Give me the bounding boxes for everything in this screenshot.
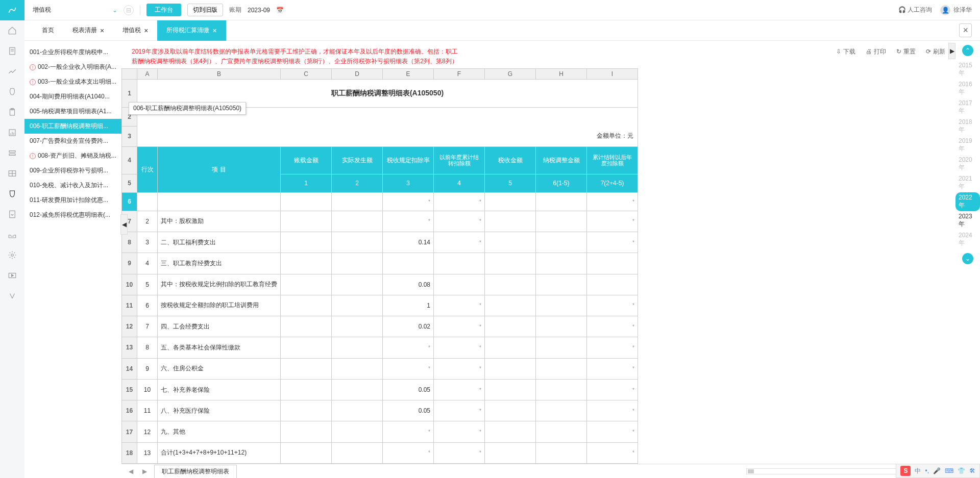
data-cell[interactable]: * (434, 442, 485, 463)
switch-old-button[interactable]: 切到旧版 (187, 4, 223, 16)
ime-tool-icon[interactable]: 🛠 (969, 467, 975, 474)
data-cell[interactable] (434, 274, 485, 295)
data-cell[interactable] (485, 316, 536, 337)
corner-cell[interactable] (122, 69, 137, 80)
ime-skin-icon[interactable]: 👕 (958, 467, 965, 474)
data-cell[interactable]: * (434, 379, 485, 400)
data-cell[interactable] (332, 316, 383, 337)
data-cell[interactable] (332, 421, 383, 442)
data-cell[interactable]: 0.08 (383, 274, 434, 295)
data-cell[interactable] (485, 211, 536, 232)
item-cell[interactable]: 四、工会经费支出 (158, 316, 281, 337)
data-cell[interactable] (281, 379, 332, 400)
print-button[interactable]: 🖨 打印 (866, 47, 886, 57)
data-cell[interactable] (587, 274, 638, 295)
year-item[interactable]: 2015年 (955, 60, 980, 79)
item-cell[interactable]: 其中：股权激励 (158, 211, 281, 232)
data-cell[interactable] (536, 232, 587, 253)
refresh-button[interactable]: ⟳ 刷新 (926, 47, 945, 57)
data-cell[interactable] (281, 316, 332, 337)
ime-mic-icon[interactable]: 🎤 (933, 467, 941, 474)
data-cell[interactable] (383, 253, 434, 274)
col-header[interactable]: G (485, 69, 536, 80)
spreadsheet-grid[interactable]: A B C D E F G H I (121, 68, 638, 464)
data-cell[interactable] (332, 211, 383, 232)
tab-income-tax[interactable]: 所得税汇算清缴× (157, 20, 226, 41)
form-icon[interactable] (0, 143, 24, 163)
form-nav-item[interactable]: 005-纳税调整项目明细表(A1... (24, 104, 121, 119)
data-cell[interactable]: * (587, 400, 638, 421)
form-nav-item[interactable]: !008-资产折旧、摊销及纳税... (24, 148, 121, 163)
col-header[interactable]: A (137, 69, 158, 80)
v-icon[interactable] (0, 286, 24, 306)
item-cell[interactable]: 五、各类基本社会保障性缴款 (158, 337, 281, 358)
data-cell[interactable] (434, 253, 485, 274)
ime-keyboard-icon[interactable]: ⌨ (945, 467, 953, 474)
item-cell[interactable]: 按税收规定全额扣除的职工培训费用 (158, 295, 281, 316)
data-cell[interactable]: 0.05 (383, 400, 434, 421)
data-cell[interactable]: * (434, 358, 485, 379)
year-item[interactable]: 2020年 (955, 155, 980, 173)
tax-icon[interactable] (0, 184, 24, 204)
data-cell[interactable] (536, 295, 587, 316)
data-cell[interactable] (536, 253, 587, 274)
col-header[interactable]: I (587, 69, 638, 80)
data-cell[interactable] (332, 274, 383, 295)
data-cell[interactable] (332, 379, 383, 400)
sheet-nav-prev[interactable]: ▶ (140, 468, 149, 475)
year-item[interactable]: 2017年 (955, 98, 980, 117)
data-cell[interactable] (536, 316, 587, 337)
data-cell[interactable] (332, 337, 383, 358)
data-cell[interactable] (332, 232, 383, 253)
col-header[interactable]: H (536, 69, 587, 80)
data-cell[interactable] (536, 379, 587, 400)
data-cell[interactable] (485, 358, 536, 379)
data-cell[interactable]: * (434, 211, 485, 232)
data-cell[interactable] (281, 421, 332, 442)
data-cell[interactable] (332, 442, 383, 463)
data-cell[interactable] (332, 253, 383, 274)
data-cell[interactable]: * (587, 211, 638, 232)
item-cell[interactable]: 八、补充医疗保险 (158, 400, 281, 421)
toggle-icon[interactable]: ⊟ (124, 5, 134, 15)
form-nav-item[interactable]: 001-企业所得税年度纳税申... (24, 45, 121, 60)
data-cell[interactable] (536, 421, 587, 442)
form-nav-item[interactable]: !003-一般企业成本支出明细... (24, 74, 121, 89)
inbox-icon[interactable] (0, 224, 24, 245)
data-cell[interactable]: * (434, 337, 485, 358)
year-item[interactable]: 2019年 (955, 136, 980, 155)
col-header[interactable]: C (281, 69, 332, 80)
data-cell[interactable] (281, 232, 332, 253)
data-cell[interactable] (281, 211, 332, 232)
item-cell[interactable]: 二、职工福利费支出 (158, 232, 281, 253)
form-nav-item[interactable]: 009-企业所得税弥补亏损明... (24, 163, 121, 178)
sheet-nav-first[interactable]: ◀ (127, 468, 135, 475)
year-item[interactable]: 2021年 (955, 173, 980, 192)
col-header[interactable]: D (332, 69, 383, 80)
data-cell[interactable]: * (383, 358, 434, 379)
download-button[interactable]: ⇩ 下载 (836, 47, 855, 57)
grid-icon[interactable] (0, 163, 24, 184)
video-icon[interactable] (0, 265, 24, 286)
data-cell[interactable] (485, 400, 536, 421)
data-cell[interactable] (485, 379, 536, 400)
close-icon[interactable]: × (144, 27, 148, 35)
form-nav-item[interactable]: 006-职工薪酬纳税调整明细... (24, 119, 121, 134)
form-nav-item[interactable]: 011-研发费用加计扣除优惠... (24, 193, 121, 208)
sheet-tab[interactable]: 职工薪酬纳税调整明细表 (154, 465, 237, 478)
data-cell[interactable]: * (383, 211, 434, 232)
year-item[interactable]: 2022年 (955, 192, 980, 211)
year-down-icon[interactable]: ⌄ (962, 253, 973, 264)
data-cell[interactable] (281, 400, 332, 421)
item-cell[interactable]: 七、补充养老保险 (158, 379, 281, 400)
form-nav-item[interactable]: 007-广告费和业务宣传费跨... (24, 134, 121, 148)
report-icon[interactable] (0, 122, 24, 143)
col-header[interactable]: B (158, 69, 281, 80)
data-cell[interactable] (536, 337, 587, 358)
ime-lang[interactable]: 中 (915, 467, 921, 475)
chart-icon[interactable] (0, 61, 24, 82)
year-item[interactable]: 2018年 (955, 117, 980, 136)
form-nav-item[interactable]: 010-免税、减计收入及加计... (24, 178, 121, 193)
data-cell[interactable] (281, 442, 332, 463)
item-cell[interactable]: 三、职工教育经费支出 (158, 253, 281, 274)
